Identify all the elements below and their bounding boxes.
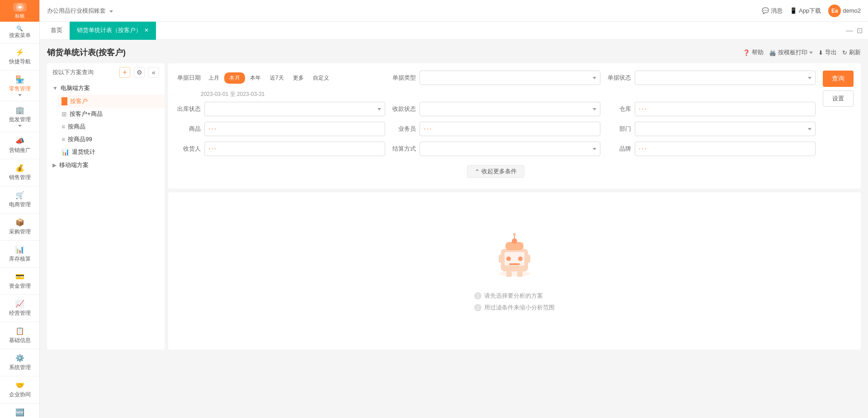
filter-out-status-input[interactable]: [204, 102, 385, 116]
sidebar-item-basicinfo[interactable]: 📋 基础信息: [0, 322, 39, 349]
tree-item-by-goods[interactable]: ≡ 按商品: [58, 120, 165, 133]
tip-num-1: 1: [474, 292, 481, 299]
export-icon: ⬇: [818, 49, 823, 56]
sidebar-item-purchase[interactable]: 📦 采购管理: [0, 214, 39, 241]
finance-label: 资金管理: [9, 282, 31, 290]
quicknav-icon: ⚡: [15, 48, 24, 57]
by-customer-goods-label: 按客户+商品: [70, 110, 103, 118]
sidebar-item-sales[interactable]: 💰 销售管理: [0, 159, 39, 186]
tab-minimize-icon[interactable]: —: [846, 27, 853, 35]
finance-icon: 💳: [15, 272, 24, 281]
sidebar-search[interactable]: 🔍 搜索菜单: [0, 22, 39, 43]
refresh-icon: ↻: [842, 49, 847, 56]
collapse-panel-btn[interactable]: «: [148, 67, 159, 78]
filter-warehouse-input[interactable]: ···: [635, 102, 816, 116]
filter-receipt-status-input[interactable]: [420, 102, 600, 116]
system-icon: ⚙️: [15, 354, 24, 362]
user-area[interactable]: Ea demo2: [828, 5, 861, 17]
tree-section-mobile[interactable]: ▶ 移动端方案: [47, 158, 165, 172]
filter-out-status-label: 出库状态: [175, 105, 201, 113]
filter-order-status-input[interactable]: [635, 71, 816, 85]
logo-area[interactable]: 标账: [0, 0, 39, 22]
svg-rect-7: [499, 255, 502, 263]
date-btn-last-7[interactable]: 近7天: [266, 72, 288, 84]
collapse-row: ⌃ 收起更多条件: [175, 162, 816, 181]
sidebar-item-finance[interactable]: 💳 资金管理: [0, 268, 39, 295]
header-dropdown-btn[interactable]: [109, 7, 113, 14]
out-status-dropdown-icon: [377, 108, 381, 110]
date-btn-this-month[interactable]: 本月: [224, 72, 245, 84]
filter-brand-input[interactable]: ···: [635, 142, 816, 156]
tree-item-return-stats[interactable]: 📊 退货统计: [58, 146, 165, 158]
date-range-text: 2023-03-01 至 2023-03-31: [201, 91, 264, 97]
sidebar-item-operations[interactable]: 📈 经营管理: [0, 295, 39, 322]
tab-maximize-icon[interactable]: ⊡: [857, 26, 863, 35]
filter-row-1: 单据日期 上月 本月 本年 近7天 更多 自定义: [175, 71, 816, 85]
collapse-btn[interactable]: ⌃ 收起更多条件: [467, 165, 524, 178]
message-btn[interactable]: 💬 消息: [762, 7, 783, 15]
sidebar-item-system[interactable]: ⚙️ 系统管理: [0, 349, 39, 376]
app-download-btn[interactable]: 📱 App下载: [790, 7, 821, 15]
date-btn-last-month[interactable]: 上月: [204, 72, 223, 84]
retail-label: 零售管理: [9, 85, 31, 93]
date-btn-this-year[interactable]: 本年: [246, 72, 265, 84]
inventory-label: 库存核算: [9, 255, 31, 263]
filter-order-type-input[interactable]: [420, 71, 600, 85]
print-btn[interactable]: 🖨️ 按模板打印: [769, 48, 813, 57]
filter-goods-input[interactable]: ···: [204, 122, 385, 136]
tab-close-icon[interactable]: ✕: [144, 27, 149, 33]
settings-btn[interactable]: 设置: [823, 90, 854, 107]
by-goods-99-icon: ≡: [61, 136, 65, 143]
sidebar-search-label: 搜索菜单: [2, 32, 38, 39]
sidebar-item-newuser[interactable]: 🆕 新手引导: [0, 404, 39, 418]
settlement-dropdown-icon: [593, 148, 596, 150]
ecommerce-icon: 🛒: [15, 191, 24, 200]
refresh-btn[interactable]: ↻ 刷新: [842, 48, 861, 57]
print-label: 按模板打印: [778, 48, 807, 57]
export-btn[interactable]: ⬇ 导出: [818, 48, 837, 57]
tree-item-by-goods-99[interactable]: ≡ 按商品99: [58, 133, 165, 146]
basicinfo-label: 基础信息: [9, 337, 31, 344]
help-btn[interactable]: ❓ 帮助: [743, 48, 764, 57]
tip-text-2: 用过滤条件来缩小分析范围: [484, 302, 555, 314]
settings-scheme-btn[interactable]: ⚙: [134, 67, 145, 78]
help-icon: ❓: [743, 49, 750, 56]
sidebar-item-ecommerce[interactable]: 🛒 电商管理: [0, 186, 39, 214]
tree-section-label: 电脑端方案: [61, 84, 90, 92]
tree-item-by-customer[interactable]: 客 按客户: [58, 95, 165, 108]
sidebar-item-marketing[interactable]: 📣 营销推广: [0, 132, 39, 159]
sidebar: 标账 🔍 搜索菜单 ⚡ 快捷导航 🏪 零售管理 🏢 批发管理 📣 营销推广 💰 …: [0, 0, 40, 418]
filter-warehouse-item: 仓库 ···: [606, 102, 816, 116]
tree-section-pc[interactable]: ▼ 电脑端方案: [47, 81, 165, 95]
brand-dots: ···: [639, 145, 647, 153]
filter-order-type-label: 单据类型: [391, 74, 416, 82]
by-goods-icon: ≡: [61, 123, 65, 130]
sidebar-item-quicknav[interactable]: ⚡ 快捷导航: [0, 43, 39, 71]
filter-row-3: 商品 ··· 业务员 ···: [175, 122, 816, 136]
page-title: 销货单统计表(按客户): [47, 47, 126, 58]
sidebar-item-wholesale[interactable]: 🏢 批发管理: [0, 101, 39, 132]
tree-item-by-customer-goods[interactable]: ⊞ 按客户+商品: [58, 108, 165, 120]
filter-salesperson-input[interactable]: ···: [420, 122, 600, 136]
filter-settlement-input[interactable]: [420, 142, 600, 156]
date-btn-more[interactable]: 更多: [289, 72, 308, 84]
filter-main: 单据日期 上月 本月 本年 近7天 更多 自定义: [175, 71, 816, 181]
sidebar-item-cooperation[interactable]: 🤝 企业协同: [0, 376, 39, 404]
filter-department-input[interactable]: [635, 122, 816, 136]
tab-home[interactable]: 首页: [43, 22, 70, 40]
main-area: 办公用品行业模拟账套 💬 消息 📱 App下载 Ea demo2 首页: [40, 0, 868, 418]
tab-sales-stat-label: 销货单统计表（按客户）: [77, 26, 142, 34]
return-stats-icon: 📊: [61, 148, 69, 156]
filter-row-4: 收货人 ··· 结算方式: [175, 142, 816, 156]
sidebar-item-inventory[interactable]: 📊 库存核算: [0, 241, 39, 268]
empty-illustration: [487, 228, 542, 283]
add-scheme-btn[interactable]: +: [119, 67, 130, 78]
query-btn[interactable]: 查询: [823, 71, 854, 87]
sidebar-item-retail[interactable]: 🏪 零售管理: [0, 71, 39, 101]
date-btn-custom[interactable]: 自定义: [309, 72, 333, 84]
filter-recipient-input[interactable]: ···: [204, 142, 385, 156]
tab-sales-stat[interactable]: 销货单统计表（按客户） ✕: [70, 22, 156, 40]
date-range-display: 2023-03-01 至 2023-03-31: [175, 90, 816, 102]
svg-rect-9: [506, 271, 512, 277]
page-actions: ❓ 帮助 🖨️ 按模板打印 ⬇ 导出 ↻ 刷新: [743, 48, 861, 57]
